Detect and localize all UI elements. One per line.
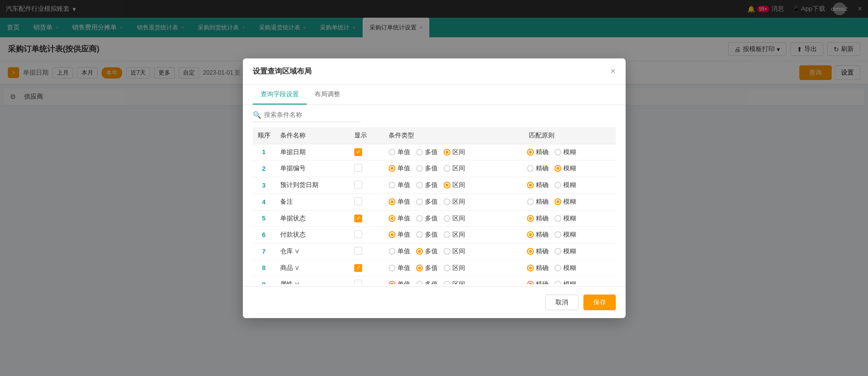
type-radio-单值[interactable]: 单值 (389, 181, 410, 189)
match-radio-精确[interactable]: 精确 (527, 197, 549, 206)
row-order: 7 (253, 243, 275, 260)
radio-circle (444, 231, 450, 238)
row-display-cell (349, 243, 384, 260)
display-checkbox[interactable]: ✓ (354, 215, 362, 222)
type-radio-区间[interactable]: 区间 (444, 148, 465, 157)
row-type-cell: 单值多值区间 (384, 276, 515, 284)
type-radio-区间[interactable]: 区间 (444, 181, 465, 189)
type-radio-区间[interactable]: 区间 (444, 247, 465, 256)
modal-header: 设置查询区域布局 × (243, 58, 626, 85)
display-checkbox[interactable]: ✓ (354, 148, 362, 156)
type-radio-单值[interactable]: 单值 (389, 264, 410, 272)
cancel-button[interactable]: 取消 (545, 295, 579, 310)
type-radio-多值[interactable]: 多值 (416, 247, 438, 256)
radio-circle (527, 248, 534, 255)
match-radio-精确[interactable]: 精确 (527, 247, 549, 256)
type-radio-单值[interactable]: 单值 (389, 230, 410, 239)
display-checkbox[interactable] (354, 197, 362, 205)
match-radio-精确[interactable]: 精确 (527, 214, 549, 223)
col-header-match: 匹配原则 (514, 127, 615, 144)
match-radio-模糊[interactable]: 模糊 (554, 181, 576, 189)
modal-close-button[interactable]: × (610, 66, 616, 77)
search-input[interactable] (264, 111, 352, 118)
match-radio-模糊[interactable]: 模糊 (554, 230, 576, 239)
type-radio-多值[interactable]: 多值 (416, 280, 438, 284)
display-checkbox[interactable] (354, 181, 362, 188)
match-radio-精确[interactable]: 精确 (527, 181, 549, 189)
row-type-cell: 单值多值区间 (384, 177, 515, 193)
row-order: 3 (253, 177, 275, 193)
type-radio-单值[interactable]: 单值 (389, 247, 410, 256)
type-radio-区间[interactable]: 区间 (444, 264, 465, 272)
type-radio-多值[interactable]: 多值 (416, 197, 438, 206)
col-header-display: 显示 (349, 127, 384, 144)
row-name: 付款状态 (275, 226, 350, 243)
match-radio-精确[interactable]: 精确 (527, 280, 549, 284)
type-radio-区间[interactable]: 区间 (444, 230, 465, 239)
radio-circle (444, 182, 450, 188)
modal-body: 🔍 顺序 条件名称 显示 条件类型 匹配原则 (243, 105, 626, 284)
match-radio-模糊[interactable]: 模糊 (554, 197, 576, 206)
type-radio-单值[interactable]: 单值 (389, 214, 410, 223)
radio-circle (554, 215, 561, 222)
type-radio-多值[interactable]: 多值 (416, 148, 438, 157)
type-radio-区间[interactable]: 区间 (444, 164, 465, 173)
display-checkbox[interactable] (354, 230, 362, 238)
type-radio-单值[interactable]: 单值 (389, 197, 410, 206)
type-radio-区间[interactable]: 区间 (444, 214, 465, 223)
row-match-cell: 精确模糊 (514, 260, 615, 276)
radio-circle (389, 231, 395, 238)
row-type-cell: 单值多值区间 (384, 193, 515, 210)
type-radio-单值[interactable]: 单值 (389, 148, 410, 157)
match-radio-模糊[interactable]: 模糊 (554, 247, 576, 256)
match-radio-精确[interactable]: 精确 (527, 264, 549, 272)
row-display-cell (349, 193, 384, 210)
row-type-cell: 单值多值区间 (384, 260, 515, 276)
type-radio-多值[interactable]: 多值 (416, 230, 438, 239)
display-checkbox[interactable] (354, 280, 362, 284)
row-match-cell: 精确模糊 (514, 193, 615, 210)
table-row: 4备注单值多值区间精确模糊 (253, 193, 616, 210)
col-header-name: 条件名称 (275, 127, 350, 144)
row-order: 8 (253, 260, 275, 276)
type-radio-多值[interactable]: 多值 (416, 264, 438, 272)
modal-overlay[interactable]: 设置查询区域布局 × 查询字段设置 布局调整 🔍 顺序 条件名称 (0, 0, 868, 376)
match-radio-模糊[interactable]: 模糊 (554, 280, 576, 284)
type-radio-多值[interactable]: 多值 (416, 214, 438, 223)
match-radio-模糊[interactable]: 模糊 (554, 164, 576, 173)
match-radio-精确[interactable]: 精确 (527, 164, 549, 173)
type-radio-多值[interactable]: 多值 (416, 164, 438, 173)
save-button[interactable]: 保存 (583, 295, 616, 310)
display-checkbox[interactable] (354, 164, 362, 172)
radio-circle (444, 165, 450, 172)
row-type-cell: 单值多值区间 (384, 160, 515, 177)
display-checkbox[interactable] (354, 247, 362, 255)
row-name: 单据编号 (275, 160, 350, 177)
config-table-scroll[interactable]: 顺序 条件名称 显示 条件类型 匹配原则 1单据日期✓单值多值区间精确模糊2单据… (253, 127, 616, 284)
type-radio-单值[interactable]: 单值 (389, 164, 410, 173)
radio-circle (527, 231, 534, 238)
match-radio-精确[interactable]: 精确 (527, 148, 549, 157)
match-radio-模糊[interactable]: 模糊 (554, 148, 576, 157)
match-radio-模糊[interactable]: 模糊 (554, 214, 576, 223)
match-radio-模糊[interactable]: 模糊 (554, 264, 576, 272)
table-row: 1单据日期✓单值多值区间精确模糊 (253, 144, 616, 160)
type-radio-单值[interactable]: 单值 (389, 280, 410, 284)
type-radio-区间[interactable]: 区间 (444, 197, 465, 206)
row-order: 9 (253, 276, 275, 284)
radio-circle (554, 149, 561, 156)
display-checkbox[interactable]: ✓ (354, 264, 362, 272)
type-radio-多值[interactable]: 多值 (416, 181, 438, 189)
radio-circle (527, 198, 534, 205)
row-name: 备注 (275, 193, 350, 210)
col-header-order: 顺序 (253, 127, 275, 144)
type-radio-区间[interactable]: 区间 (444, 280, 465, 284)
match-radio-精确[interactable]: 精确 (527, 230, 549, 239)
row-display-cell: ✓ (349, 210, 384, 226)
radio-circle (444, 248, 450, 255)
row-type-cell: 单值多值区间 (384, 210, 515, 226)
radio-circle (444, 281, 450, 284)
radio-circle (554, 281, 561, 284)
modal-tab-query-fields[interactable]: 查询字段设置 (253, 85, 307, 105)
modal-tab-layout[interactable]: 布局调整 (307, 85, 348, 105)
